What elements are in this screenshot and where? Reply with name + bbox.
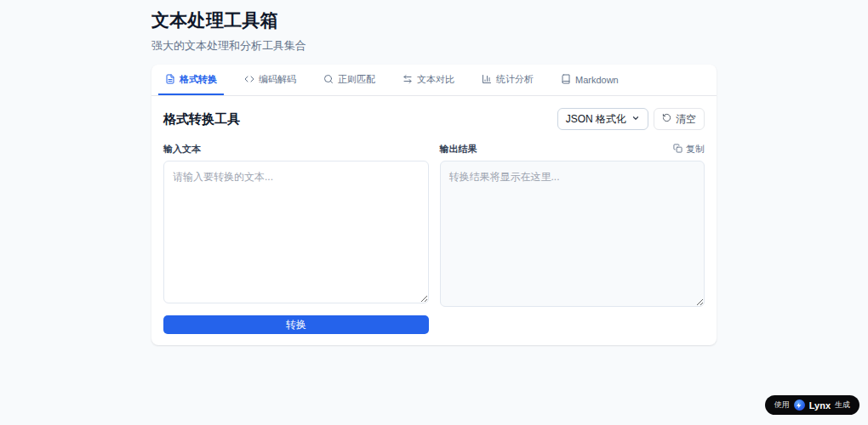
panel-body: 格式转换工具 JSON 格式化 清空 xyxy=(151,96,717,345)
clear-button[interactable]: 清空 xyxy=(654,108,705,130)
search-icon xyxy=(323,74,334,86)
tab-label: 编码解码 xyxy=(259,73,296,86)
tab-markdown[interactable]: Markdown xyxy=(554,65,625,95)
output-label: 输出结果 xyxy=(440,143,477,156)
output-column: 输出结果 复制 xyxy=(440,143,705,334)
tab-label: 统计分析 xyxy=(496,73,534,86)
input-label: 输入文本 xyxy=(163,143,201,156)
input-column: 输入文本 转换 xyxy=(163,143,429,334)
tab-label: Markdown xyxy=(575,75,619,85)
convert-button[interactable]: 转换 xyxy=(163,315,429,334)
bar-chart-icon xyxy=(482,74,492,86)
tab-regex-match[interactable]: 正则匹配 xyxy=(317,65,382,95)
clear-button-label: 清空 xyxy=(676,112,696,127)
badge-prefix: 使用 xyxy=(774,400,790,411)
toolbox-card: 格式转换 编码解码 正则匹配 文本对比 xyxy=(151,65,717,345)
tab-statistics[interactable]: 统计分析 xyxy=(475,65,540,95)
swap-icon xyxy=(403,74,413,86)
copy-button[interactable]: 复制 xyxy=(673,143,705,156)
tab-label: 格式转换 xyxy=(180,73,217,86)
content-wrapper: 文本处理工具箱 强大的文本处理和分析工具集合 格式转换 编码解码 正则匹配 xyxy=(151,0,717,345)
tab-bar: 格式转换 编码解码 正则匹配 文本对比 xyxy=(151,65,717,96)
output-label-row: 输出结果 复制 xyxy=(440,143,705,155)
tab-label: 文本对比 xyxy=(417,73,454,86)
made-with-lynx-badge[interactable]: 使用 Lynx 生成 xyxy=(765,395,859,415)
output-textarea[interactable] xyxy=(440,161,705,307)
chevron-down-icon xyxy=(631,113,640,125)
badge-brand: Lynx xyxy=(809,400,831,411)
copy-icon xyxy=(673,144,682,155)
tab-format-convert[interactable]: 格式转换 xyxy=(158,65,224,95)
io-columns: 输入文本 转换 输出结果 复制 xyxy=(163,143,705,334)
format-mode-select[interactable]: JSON 格式化 xyxy=(557,108,648,130)
format-mode-value: JSON 格式化 xyxy=(566,112,626,127)
page-subtitle: 强大的文本处理和分析工具集合 xyxy=(151,38,717,54)
page-title: 文本处理工具箱 xyxy=(151,8,717,32)
lynx-logo-icon xyxy=(794,400,805,411)
tab-label: 正则匹配 xyxy=(338,73,375,86)
file-text-icon xyxy=(165,74,175,86)
panel-controls: JSON 格式化 清空 xyxy=(557,108,705,130)
badge-suffix: 生成 xyxy=(835,400,850,411)
code-icon xyxy=(244,74,254,86)
book-icon xyxy=(561,74,571,86)
tab-text-compare[interactable]: 文本对比 xyxy=(396,65,461,95)
panel-title: 格式转换工具 xyxy=(163,111,240,128)
input-textarea[interactable] xyxy=(163,161,429,303)
input-label-row: 输入文本 xyxy=(163,143,429,155)
panel-header: 格式转换工具 JSON 格式化 清空 xyxy=(163,108,705,130)
copy-button-label: 复制 xyxy=(686,143,705,156)
rotate-ccw-icon xyxy=(662,113,671,125)
tab-encode-decode[interactable]: 编码解码 xyxy=(237,65,303,95)
